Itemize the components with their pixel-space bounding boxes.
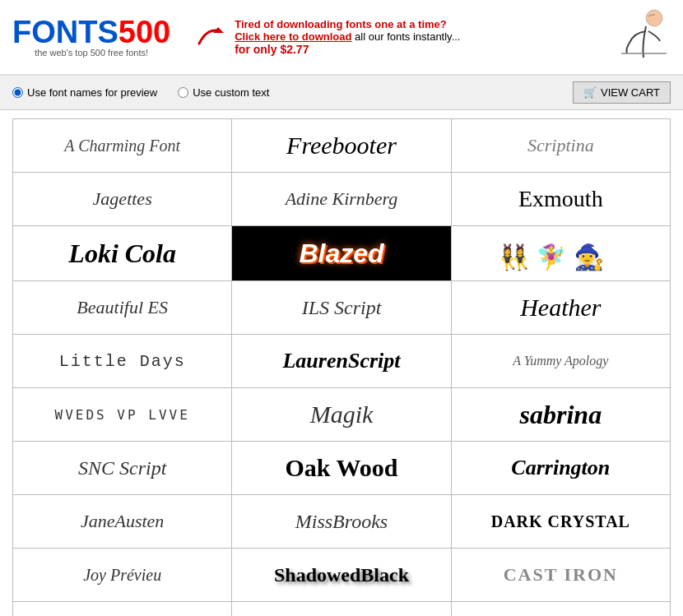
font-grid: A Charming Font Freebooter Scriptina Jag…: [12, 118, 671, 616]
radio-font-names[interactable]: Use font names for preview: [12, 86, 157, 99]
font-cell-blazed[interactable]: Blazed: [232, 226, 451, 281]
radio-custom-text[interactable]: Use custom text: [178, 86, 269, 99]
font-cell-sabrina[interactable]: sabrina: [452, 388, 671, 442]
ad-price: for only $2.77: [235, 43, 460, 56]
font-cell-shadowedblack[interactable]: ShadowedBlack: [232, 549, 451, 602]
ad-line2: Click here to download all our fonts ins…: [235, 30, 460, 43]
font-cell-ils[interactable]: ILS Script: [232, 281, 451, 335]
font-cell-words[interactable]: WVEDS VP LVVE: [13, 388, 232, 442]
font-grid-container: A Charming Font Freebooter Scriptina Jag…: [0, 110, 683, 616]
radio-custom-text-input[interactable]: [178, 87, 188, 98]
font-cell-scriptina[interactable]: Scriptina: [452, 119, 671, 173]
font-cell-missbrooks[interactable]: MissBrooks: [232, 495, 451, 549]
font-cell-magik[interactable]: Magik: [232, 388, 451, 442]
toolbar: Use font names for preview Use custom te…: [0, 76, 683, 110]
view-cart-button[interactable]: 🛒 VIEW CART: [573, 81, 671, 104]
cart-label: VIEW CART: [601, 86, 660, 99]
person-figure: [617, 8, 671, 66]
cart-icon: 🛒: [583, 86, 597, 99]
font-cell-carrington[interactable]: Carrington: [452, 442, 671, 495]
font-cell-a-charming[interactable]: A Charming Font: [13, 119, 232, 173]
font-cell-joy[interactable]: Joy Prévieu: [13, 549, 232, 602]
logo-sub: the web's top 500 free fonts!: [35, 48, 148, 58]
ad-rest: all our fonts instantly...: [355, 30, 460, 43]
font-cell-beautiful[interactable]: Beautiful ES: [13, 281, 232, 335]
ad-line1: Tired of downloading fonts one at a time…: [235, 18, 460, 30]
radio-custom-text-label: Use custom text: [193, 86, 269, 99]
figures-svg: 👯‍♀️ 🧚‍♀️ 🧙‍♀️: [495, 233, 626, 274]
header: FONTS500 the web's top 500 free fonts! T…: [0, 0, 683, 76]
radio-font-names-input[interactable]: [12, 87, 23, 98]
font-cell-littledays[interactable]: Little Days: [13, 335, 232, 388]
font-cell-yummy[interactable]: A Yummy Apology: [452, 335, 671, 388]
font-cell-freebooter[interactable]: Freebooter: [232, 119, 451, 173]
toolbar-left: Use font names for preview Use custom te…: [12, 86, 573, 99]
font-cell-lauren[interactable]: LaurenScript: [232, 335, 451, 388]
font-cell-loki[interactable]: Loki Cola: [13, 226, 232, 281]
arrow-icon: [195, 23, 228, 52]
svg-point-1: [646, 10, 662, 26]
font-cell-darkcrystal[interactable]: DarK CrySTal: [452, 495, 671, 549]
ad-link[interactable]: Click here to download: [235, 30, 351, 43]
logo-text: FONTS500: [12, 16, 170, 48]
font-cell-blackrose[interactable]: Black Rose: [452, 602, 671, 616]
font-cell-castiron[interactable]: CAST IRON: [452, 549, 671, 602]
font-cell-angelina[interactable]: Angelina: [232, 602, 451, 616]
logo[interactable]: FONTS500 the web's top 500 free fonts!: [12, 16, 170, 58]
font-cell-scramble[interactable]: S C R A M B L E: [13, 602, 232, 616]
font-cell-jane[interactable]: JaneAusten: [13, 495, 232, 549]
font-cell-exmouth[interactable]: Exmouth: [452, 173, 671, 226]
radio-font-names-label: Use font names for preview: [27, 86, 157, 99]
font-cell-heather[interactable]: Heather: [452, 281, 671, 335]
font-cell-jagettes[interactable]: Jagettes: [13, 173, 232, 226]
svg-text:👯‍♀️ 🧚‍♀️ 🧙‍♀️: 👯‍♀️ 🧚‍♀️ 🧙‍♀️: [499, 243, 605, 272]
font-cell-figures[interactable]: 👯‍♀️ 🧚‍♀️ 🧙‍♀️: [452, 226, 671, 281]
font-cell-snc[interactable]: SNC Script: [13, 442, 232, 495]
font-cell-adine[interactable]: Adine Kirnberg: [232, 173, 451, 226]
header-ad: Tired of downloading fonts one at a time…: [187, 18, 617, 56]
ad-top-row: Tired of downloading fonts one at a time…: [195, 18, 460, 56]
font-cell-oakwood[interactable]: Oak Wood: [232, 442, 451, 495]
